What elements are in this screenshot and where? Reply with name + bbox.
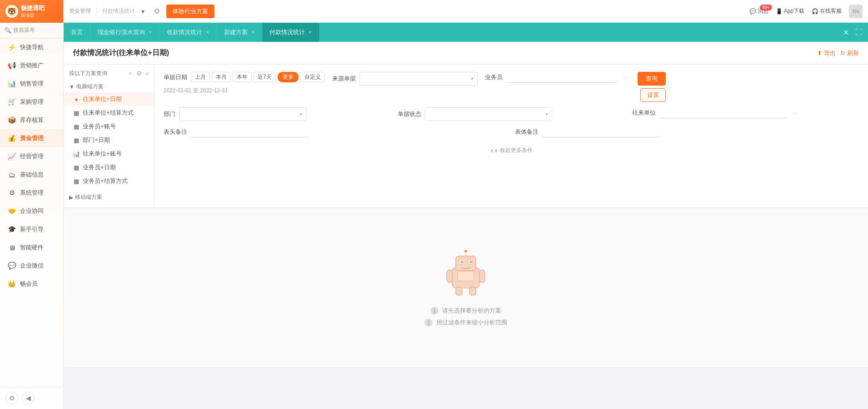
tab-payment-stats-close[interactable]: ×: [309, 29, 312, 35]
empty-illustration: [439, 245, 493, 299]
brand-version: 标准版: [21, 12, 45, 19]
newbie-icon: 🎓: [7, 225, 16, 234]
tab-payment-stats[interactable]: 付款情况统计 ×: [262, 23, 319, 42]
scheme-item-5[interactable]: ▦ 业务员+日期: [64, 161, 154, 174]
tab-home[interactable]: 首页: [64, 23, 90, 42]
svg-point-5: [470, 261, 472, 263]
sidebar-settings-btn[interactable]: ⚙: [5, 392, 18, 404]
sidebar-item-newbie[interactable]: 🎓 新手引导: [0, 220, 63, 238]
filter-settings-btn[interactable]: 设置: [640, 88, 666, 102]
sidebar-item-purchase[interactable]: 🛒 采购管理: [0, 93, 63, 111]
sidebar-item-operation[interactable]: 📈 经营管理: [0, 147, 63, 166]
date-btn-more[interactable]: 更多: [278, 72, 299, 82]
scheme-item-1[interactable]: ▦ 往来单位+结算方式: [64, 106, 154, 120]
sidebar-item-sales[interactable]: 📊 销售管理: [0, 75, 63, 93]
topbar-settings-btn[interactable]: ⚙: [151, 6, 163, 16]
sidebar-item-marketing[interactable]: 📢 营销推广: [0, 56, 63, 75]
sidebar-item-label: 经营管理: [20, 152, 44, 161]
collapse-more-btn[interactable]: ∧∧ 收起更多条件: [490, 146, 533, 154]
sidebar-item-finance[interactable]: 💰 资金管理: [0, 129, 63, 147]
dept-select[interactable]: ▾: [179, 107, 306, 121]
sidebar-item-wechat[interactable]: 💬 企业微信: [0, 257, 63, 275]
counterpart-input[interactable]: [659, 107, 787, 118]
filter-row-1: 单据日期 上月 本月 本年 近7天 更多 自定义 2022-01-01 至 20…: [164, 72, 859, 102]
sidebar-item-hardware[interactable]: 🖥 智能硬件: [0, 238, 63, 257]
scheme-item-0[interactable]: ● 往来单位+日期: [64, 92, 154, 106]
svg-rect-12: [458, 271, 474, 281]
tab-bank-flow-close[interactable]: ×: [149, 29, 152, 35]
app-download-btn[interactable]: 📱 App下载: [776, 7, 804, 15]
table-body-note-input[interactable]: [542, 126, 660, 137]
source-bill-select[interactable]: ▾: [359, 72, 478, 86]
sidebar-header: 🐯 畅捷通吧 标准版: [0, 0, 63, 23]
sidebar-item-basic[interactable]: 🗂 基础信息: [0, 166, 63, 184]
scheme-grid-icon2: ▦: [73, 123, 80, 130]
tab-collection-stats-close[interactable]: ×: [206, 29, 209, 35]
scheme-item-2[interactable]: ▦ 业务员+账号: [64, 120, 154, 133]
tabbar-close-btn[interactable]: ✕: [841, 26, 851, 39]
date-btn-custom[interactable]: 自定义: [300, 72, 325, 82]
breadcrumb-dropdown-btn[interactable]: ▾: [139, 7, 147, 16]
salesman-input[interactable]: [506, 72, 618, 83]
page-title: 付款情况统计(往来单位+日期): [73, 48, 169, 58]
filter-date-item: 单据日期 上月 本月 本年 近7天 更多 自定义 2022-01-01 至 20…: [164, 72, 325, 95]
svg-point-7: [464, 250, 467, 252]
bill-status-select[interactable]: ▾: [425, 107, 552, 121]
tab-new-scheme-label: 新建方案: [224, 28, 248, 36]
tab-new-scheme-close[interactable]: ×: [251, 29, 254, 35]
date-btn-last-month[interactable]: 上月: [191, 72, 210, 82]
breadcrumb: 资金管理: [69, 7, 91, 15]
table-header-note-input[interactable]: [191, 126, 309, 137]
scheme-item-4[interactable]: 📊 往来单位+账号: [64, 147, 154, 161]
tab-bank-flow[interactable]: 现金银行流水查询 ×: [90, 23, 160, 42]
filter-scheme-container: 按以下方案查询 ＋ ⚙ « ▼ 电脑端: [64, 65, 868, 208]
sidebar-item-inventory[interactable]: 📦 库存核算: [0, 111, 63, 129]
tab-new-scheme[interactable]: 新建方案 ×: [217, 23, 262, 42]
scheme-item-3[interactable]: ▦ 部门+日期: [64, 133, 154, 147]
salesman-dots[interactable]: ···: [621, 74, 630, 81]
date-btn-7days[interactable]: 近7天: [254, 72, 276, 82]
sidebar-item-label: 库存核算: [20, 116, 44, 124]
sidebar-item-system[interactable]: ⚙ 系统管理: [0, 184, 63, 202]
sidebar-item-quick-nav[interactable]: ⚡ 快捷导航: [0, 38, 63, 56]
sidebar-item-corp[interactable]: 🤝 企业协同: [0, 202, 63, 220]
tab-payment-stats-label: 付款情况统计: [269, 28, 305, 36]
sidebar: 🐯 畅捷通吧 标准版 🔍 搜索菜单 ⚡ 快捷导航 📢 营销推广 📊 销售管理 🛒…: [0, 0, 64, 409]
source-bill-arrow: ▾: [471, 76, 474, 82]
refresh-btn[interactable]: ↻ 刷新: [840, 49, 859, 57]
sidebar-collapse-btn[interactable]: ◀: [22, 392, 35, 404]
tabbar-right-btns: ✕ ⛶: [838, 23, 868, 42]
collapse-area: ∧∧ 收起更多条件: [164, 143, 859, 160]
svg-rect-10: [456, 287, 462, 295]
search-icon: 🔍: [5, 27, 11, 34]
query-btn[interactable]: 查询: [638, 72, 666, 86]
step-1-text: 请先选择要分析的方案: [442, 307, 501, 315]
user-label: Rit: [849, 5, 863, 18]
counterpart-dots[interactable]: ···: [790, 109, 799, 116]
tab-collection-stats[interactable]: 收款情况统计 ×: [160, 23, 217, 42]
add-icon: ＋: [127, 69, 134, 76]
tabbar-expand-btn[interactable]: ⛶: [853, 26, 864, 38]
scheme-mobile-group[interactable]: ▶ 移动端方案: [64, 192, 154, 203]
wechat-icon: 💬: [7, 261, 16, 270]
sidebar-item-member[interactable]: 👑 畅会员: [0, 275, 63, 293]
scheme-item-6[interactable]: ▦ 业务员+结算方式: [64, 174, 154, 188]
scheme-collapse-btn[interactable]: «: [145, 69, 149, 77]
sidebar-item-label: 营销推广: [20, 61, 44, 70]
scheme-settings-btn[interactable]: ⚙: [136, 69, 142, 77]
sidebar-search[interactable]: 🔍 搜索菜单: [0, 23, 63, 38]
scheme-group-arrow: ▼: [69, 84, 75, 90]
date-btn-this-year[interactable]: 本年: [233, 72, 252, 82]
export-btn[interactable]: ⬆ 导出: [817, 49, 836, 57]
table-body-note-label: 表体备注: [515, 128, 539, 136]
scheme-desktop-group[interactable]: ▼ 电脑端方案: [64, 81, 154, 92]
notification-btn[interactable]: 💬 消息 99+: [749, 7, 768, 15]
scheme-add-btn[interactable]: ＋: [127, 69, 134, 77]
settings-circle-icon: ⚙: [136, 70, 142, 77]
scheme-item-label: 往来单位+结算方式: [83, 109, 134, 117]
empty-state: 1 请先选择要分析的方案 2 用过滤条件来缩小分析范围: [424, 245, 507, 330]
date-btn-this-month[interactable]: 本月: [212, 72, 231, 82]
try-industry-btn[interactable]: 体验行业方案: [166, 5, 215, 18]
user-avatar[interactable]: Rit: [849, 5, 863, 18]
online-service-btn[interactable]: 🎧 在线客服: [812, 7, 842, 15]
